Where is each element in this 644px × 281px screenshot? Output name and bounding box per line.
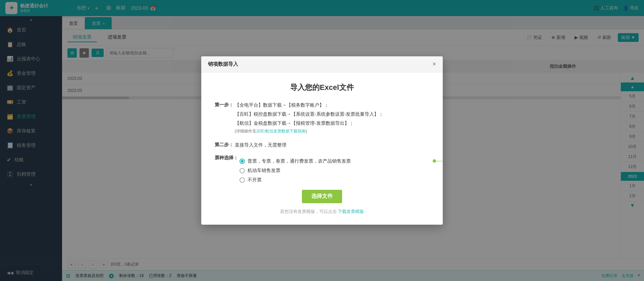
download-guide-link[interactable]: 百旺/航信发票数据下载指南: [256, 129, 306, 133]
step1-label: 第一步：: [215, 101, 235, 135]
radio-item-general[interactable]: 普票，专票，卷票，通行费发票，农产品销售发票: [239, 158, 351, 164]
select-file-area: 选择文件: [215, 190, 429, 203]
modal-close-button[interactable]: ×: [432, 61, 436, 68]
radio-label-2: 机动车销售发票: [248, 168, 280, 174]
step1-line1: 【全电平台】数据下载→【税务数字账户】；: [235, 101, 429, 110]
modal-heading: 导入您的Excel文件: [215, 82, 429, 93]
step1-line2: 【百旺】税控盘数据下载→【系统设置-系统参数设置-发票批量导入】；: [235, 110, 429, 119]
modal-step1: 第一步： 【全电平台】数据下载→【税务数字账户】； 【百旺】税控盘数据下载→【系…: [215, 101, 429, 135]
radio-circle-3: [239, 177, 245, 183]
radio-circle-1: [239, 159, 245, 164]
radio-circle-2: [239, 168, 245, 173]
step1-line3: 【航信】金税盘数据下载→【报税管理-发票数据导出】；: [235, 119, 429, 128]
radio-inner-1: [241, 160, 244, 163]
download-template-link[interactable]: 下载发票模版: [338, 209, 364, 214]
modal-header: 销项数据导入 ×: [201, 56, 443, 72]
step2-content: 直接导入文件，无需整理: [235, 140, 429, 150]
modal-body: 导入您的Excel文件 第一步： 【全电平台】数据下载→【税务数字账户】； 【百…: [201, 72, 443, 224]
radio-group: 普票，专票，卷票，通行费发票，农产品销售发票 机动车销售发票 不开票: [239, 158, 351, 183]
radio-label-3: 不开票: [248, 177, 262, 183]
modal-footer-note: 若您没有发票模版，可以点击 下载发票模版: [215, 209, 429, 215]
radio-label-1: 普票，专票，卷票，通行费发票，农产品销售发票: [248, 158, 351, 164]
ticket-select-section: 票种选择： 普票，专票，卷票，通行费发票，农产品销售发票 机动车销售: [215, 155, 429, 183]
radio-item-vehicle[interactable]: 机动车销售发票: [239, 168, 351, 174]
modal-step2: 第二步： 直接导入文件，无需整理: [215, 140, 429, 150]
tooltip-line: [436, 161, 443, 161]
step1-content: 【全电平台】数据下载→【税务数字账户】； 【百旺】税控盘数据下载→【系统设置-系…: [235, 101, 429, 135]
modal-overlay: 销项数据导入 × 导入您的Excel文件 第一步： 【全电平台】数据下载→【税务…: [0, 0, 644, 281]
step2-label: 第二步：: [215, 140, 235, 150]
select-file-button[interactable]: 选择文件: [302, 190, 342, 203]
footer-note-text: 若您没有发票模版，可以点击: [280, 209, 337, 214]
import-modal: 销项数据导入 × 导入您的Excel文件 第一步： 【全电平台】数据下载→【税务…: [201, 56, 443, 224]
modal-title: 销项数据导入: [208, 61, 238, 67]
radio-item-no-ticket[interactable]: 不开票: [239, 177, 351, 183]
ticket-select-label: 票种选择：: [215, 155, 238, 161]
step1-note: (详细操作见百旺/航信发票数据下载指南): [235, 127, 429, 135]
tooltip-dot: [433, 159, 436, 163]
